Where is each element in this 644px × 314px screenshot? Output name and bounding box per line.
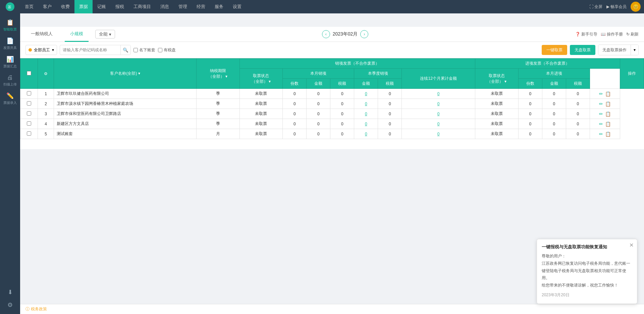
manual-btn[interactable]: 📖 操作手册 <box>601 32 623 37</box>
sidebar-label-entry: 票据录入 <box>3 101 17 105</box>
tab-general-taxpayer[interactable]: 一般纳税人 <box>25 27 58 42</box>
sidebar-label-scan: 扫描上传 <box>3 82 17 87</box>
row-mp-count-2: 0 <box>518 109 542 119</box>
nav-business[interactable]: 工商项目 <box>129 0 156 13</box>
user-avatar[interactable]: 😊 <box>631 2 641 12</box>
edit-icon-3[interactable]: ✏ <box>599 121 603 127</box>
row-select-1[interactable] <box>27 101 31 106</box>
th-mp-amount: 金额 <box>542 79 566 89</box>
row-mp-amount-4: 0 <box>542 129 566 139</box>
sidebar-item-scan[interactable]: 🖨 扫描上传 <box>0 71 20 89</box>
tax-policy-link[interactable]: ⓘ 税务政策 <box>25 306 639 312</box>
row-period-4: 月 <box>196 129 239 139</box>
notification-title: 一键报税与无盘取票功能恢复通知 <box>542 244 632 250</box>
notification-close-btn[interactable]: ✕ <box>629 242 634 248</box>
nav-accounting[interactable]: 记账 <box>93 0 111 13</box>
nav-tax[interactable]: 报税 <box>111 0 129 13</box>
row-qs-tax-2: 0 <box>378 109 402 119</box>
row-qs-tax-3: 0 <box>378 119 402 129</box>
row-ms-amount-1: 0 <box>307 99 330 109</box>
search-input[interactable] <box>60 48 120 52</box>
row-name-3: 新建区方方文具店 <box>54 119 196 129</box>
sidebar-bottom: ⬇ ⚙ <box>7 286 13 311</box>
detail-icon-0[interactable]: 📋 <box>605 91 611 97</box>
row-select-3[interactable] <box>27 121 31 126</box>
nav-service[interactable]: 服务 <box>210 0 228 13</box>
sidebar-item-summary[interactable]: 📊 票据汇总 <box>0 53 20 71</box>
member-btn[interactable]: ▶ 畅享会员 <box>606 4 627 10</box>
th-cumulative12: 连续12个月累计金额 <box>402 69 475 89</box>
row-name-0: 卫辉市玖玖健合医药有限公司 <box>54 89 196 99</box>
row-actions-0: ✏ 📋 <box>590 89 620 99</box>
sidebar-item-fetch[interactable]: 📋 智能取票 <box>0 16 20 35</box>
tax-disk-check[interactable]: 有税盘 <box>158 47 176 53</box>
detail-icon-1[interactable]: 📋 <box>605 101 611 107</box>
edit-icon-1[interactable]: ✏ <box>599 101 603 107</box>
nav-message[interactable]: 消息 <box>156 0 174 13</box>
select-all-checkbox[interactable] <box>27 71 31 75</box>
named-account-check[interactable]: 名下账套 <box>133 47 155 53</box>
sidebar-download[interactable]: ⬇ <box>7 286 13 299</box>
download-icon: ⬇ <box>8 289 13 296</box>
tab-all[interactable]: 全能 ▾ <box>95 30 115 39</box>
sidebar-item-entry[interactable]: ✏️ 票据录入 <box>0 89 20 108</box>
detail-icon-2[interactable]: 📋 <box>605 111 611 117</box>
notification-date: 2023年3月20日 <box>542 292 632 299</box>
sidebar: 📋 智能取票 📄 发票开具 📊 票据汇总 🖨 扫描上传 ✏️ 票据录入 ⬇ ⚙ <box>0 13 20 314</box>
edit-icon-4[interactable]: ✏ <box>599 131 603 137</box>
th-action: 操作 <box>620 59 644 89</box>
nav-manage[interactable]: 管理 <box>174 0 192 13</box>
row-fetch1-0: 未取票 <box>239 89 283 99</box>
prev-period-btn[interactable]: ‹ <box>322 30 330 38</box>
named-account-checkbox[interactable] <box>133 48 138 52</box>
no-disk-fetch-btn[interactable]: 无盘取票 <box>570 45 595 55</box>
logo: 茶 <box>3 0 17 13</box>
row-ms-count-1: 0 <box>283 99 307 109</box>
dot-icon <box>29 48 32 52</box>
sidebar-config[interactable]: ⚙ <box>7 299 13 311</box>
employee-label: 全部员工 <box>34 47 50 53</box>
period-text: 2023年02月 <box>333 31 358 37</box>
nav-invoice[interactable]: 票据 <box>74 0 93 13</box>
bottom-bar[interactable]: ⓘ 税务政策 <box>20 304 644 314</box>
notification-panel: ✕ 一键报税与无盘取票功能恢复通知 尊敬的用户： 江苏政务网已恢复访问电子税务局… <box>537 239 637 304</box>
new-guide-btn[interactable]: ❓ 新手引导 <box>575 32 597 37</box>
nav-operations[interactable]: 经营 <box>192 0 210 13</box>
sidebar-item-issue[interactable]: 📄 发票开具 <box>0 35 20 53</box>
row-fetch1-1: 未取票 <box>239 99 283 109</box>
row-no-1: 2 <box>38 99 54 109</box>
no-disk-ops-label: 无盘取票操作 <box>598 45 631 55</box>
row-select-4[interactable] <box>27 131 31 136</box>
nav-fees[interactable]: 收费 <box>56 0 74 13</box>
detail-icon-4[interactable]: 📋 <box>605 131 611 137</box>
row-mp-tax-3: 0 <box>566 119 590 129</box>
row-select-2[interactable] <box>27 111 31 116</box>
tab-small-scale[interactable]: 小规模 <box>65 27 89 42</box>
table-row: 4 新建区方方文具店 季 未取票 0 0 0 0 0 0 未取票 0 0 0 ✏… <box>20 119 644 129</box>
refresh-btn[interactable]: ↻ 刷新 <box>626 32 639 37</box>
edit-icon-2[interactable]: ✏ <box>599 111 603 117</box>
nav-customer[interactable]: 客户 <box>38 0 56 13</box>
one-key-fetch-btn[interactable]: 一键取票 <box>542 45 567 55</box>
detail-icon-3[interactable]: 📋 <box>605 121 611 127</box>
row-qs-amount-2: 0 <box>354 109 378 119</box>
next-period-btn[interactable]: › <box>360 30 368 38</box>
row-ms-count-2: 0 <box>283 109 307 119</box>
no-disk-ops-arrow[interactable]: ▾ <box>631 45 638 55</box>
nav-right: ⛶ 全屏 ▶ 畅享会员 😊 <box>589 2 641 12</box>
nav-home[interactable]: 首页 <box>20 0 38 13</box>
th-ms-count: 份数 <box>283 79 307 89</box>
row-cumulative-2: 0 <box>402 109 475 119</box>
tax-disk-checkbox[interactable] <box>158 48 162 52</box>
employee-select[interactable]: 全部员工 ▾ <box>25 45 57 55</box>
search-button[interactable]: 🔍 <box>120 45 130 55</box>
row-checkbox-2 <box>20 109 38 119</box>
row-fetch2-3: 未取票 <box>475 119 519 129</box>
edit-icon-0[interactable]: ✏ <box>599 91 603 97</box>
nav-settings[interactable]: 设置 <box>228 0 246 13</box>
row-mp-amount-3: 0 <box>542 119 566 129</box>
th-qs-tax: 税额 <box>378 79 402 89</box>
row-qs-amount-3: 0 <box>354 119 378 129</box>
fullscreen-btn[interactable]: ⛶ 全屏 <box>589 4 602 10</box>
row-select-0[interactable] <box>27 91 31 96</box>
